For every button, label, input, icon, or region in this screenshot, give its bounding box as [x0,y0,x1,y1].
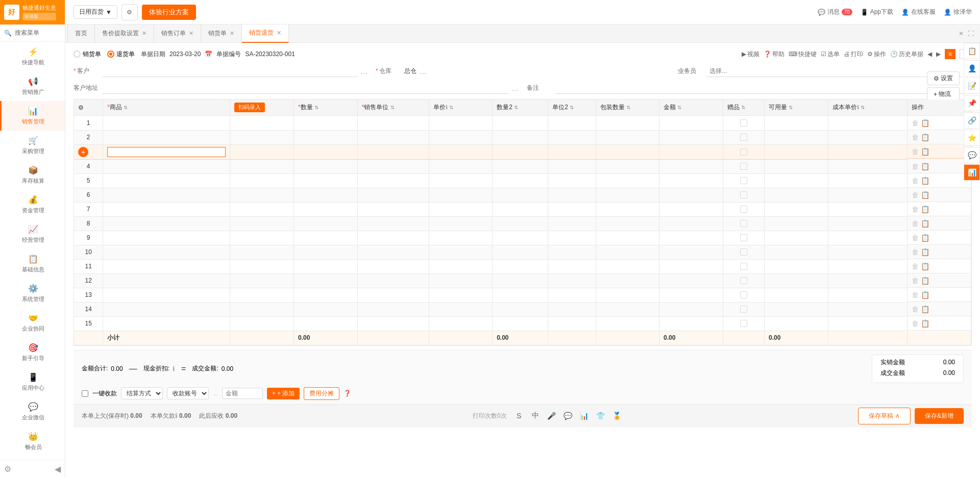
expense-split-button[interactable]: 费用分摊 [304,387,339,400]
logistics-btn[interactable]: + 物流 [927,87,960,101]
bottom-icon-4[interactable]: 💬 [562,410,574,422]
th-settings[interactable]: ⚙ [74,99,103,116]
account-select[interactable]: 收款账号 [167,387,209,399]
shortcut-btn[interactable]: ⌨ 快捷键 [789,50,817,59]
search-menu-item[interactable]: 🔍 搜索菜单 [0,24,65,42]
warehouse-dots[interactable]: ... [420,67,426,76]
radio-sale[interactable]: 销货单 [74,50,101,59]
tab-sales-return-close[interactable]: ✕ [277,30,281,36]
grid-view-btn[interactable]: ≡ [945,49,955,59]
payment-amount-input[interactable] [222,388,263,399]
right-icon-6[interactable]: ⭐ [964,130,980,146]
copy-row-icon[interactable]: 📋 [921,147,929,156]
tab-sales-delivery-close[interactable]: ✕ [230,30,234,37]
unit2-cell[interactable] [548,116,596,131]
message-item[interactable]: 💬 消息 70 [818,8,852,16]
bottom-icon-1[interactable]: S [513,410,525,422]
unit-price-cell[interactable] [429,130,493,144]
gift-checkbox[interactable] [740,177,747,184]
product-cell[interactable] [103,116,230,131]
print-btn[interactable]: 🖨 打印 [844,50,863,59]
quantity-cell[interactable] [293,144,357,159]
account-dots[interactable]: ... [213,390,218,397]
delete-row-icon[interactable]: 🗑 [912,219,919,228]
maximize-icon[interactable]: ⛶ [968,30,974,37]
copy-row-icon[interactable]: 📋 [921,319,929,328]
address-dots[interactable]: ... [512,84,519,93]
sales-unit-sort-icon[interactable]: ⇅ [390,105,395,110]
settings-icon[interactable]: ⚙ [4,464,11,474]
copy-row-icon[interactable]: 📋 [921,262,929,270]
gift-checkbox[interactable] [740,248,747,256]
save-new-button[interactable]: 保存&新增 [915,408,964,424]
calendar-icon[interactable]: 📅 [205,51,212,58]
copy-row-icon[interactable]: 📋 [921,133,929,141]
sidebar-item-marketing[interactable]: 📢 营销推广 [0,71,65,101]
delete-row-icon[interactable]: 🗑 [912,262,919,270]
cost-price-sort-icon[interactable]: ⇅ [861,105,865,110]
delete-row-icon[interactable]: 🗑 [912,305,919,313]
per-order-icon[interactable]: ℹ [175,412,178,419]
tab-sales-order-close[interactable]: ✕ [189,30,193,37]
copy-row-icon[interactable]: 📋 [921,205,929,213]
unit2-sort-icon[interactable]: ⇅ [570,105,574,110]
delete-row-icon[interactable]: 🗑 [912,177,919,185]
bottom-icon-5[interactable]: 📊 [578,410,591,422]
bottom-icon-6[interactable]: 👕 [595,410,607,422]
right-icon-1[interactable]: 📋 [964,43,980,59]
gift-checkbox[interactable] [740,320,747,327]
radio-return[interactable]: 退货单 [107,50,135,59]
history-btn[interactable]: 🕐 历史单据 [890,50,923,59]
amount-cell[interactable] [659,130,723,144]
copy-row-icon[interactable]: 📋 [921,305,929,313]
salesperson-input[interactable] [706,65,962,77]
sidebar-item-app-center[interactable]: 📱 应用中心 [0,367,65,397]
product-cell-active[interactable] [103,144,230,159]
right-icon-2[interactable]: 👤 [964,60,980,77]
amount-sort-icon[interactable]: ⇅ [677,105,681,110]
unit-price-sort-icon[interactable]: ⇅ [449,105,453,110]
delete-row-icon[interactable]: 🗑 [912,119,919,127]
delete-row-icon[interactable]: 🗑 [912,291,919,299]
remark-input[interactable] [555,82,972,94]
user-avatar-item[interactable]: 👤 徐泽华 [944,8,972,16]
help-btn[interactable]: ❓ 帮助 [764,50,785,59]
industry-dropdown[interactable]: 日用百货 ▼ [74,5,117,19]
online-service-item[interactable]: 👤 在线客服 [901,8,936,16]
sidebar-item-operations[interactable]: 📈 经营管理 [0,219,65,249]
quantity2-cell[interactable] [493,144,548,159]
tab-sales-return[interactable]: 销货退货 ✕ [242,24,289,43]
close-window-icon[interactable]: ✕ [959,30,964,37]
sidebar-item-enterprise-wechat[interactable]: 💬 企业微信 [0,397,65,426]
copy-row-icon[interactable]: 📋 [921,177,929,185]
unit2-cell[interactable] [548,130,596,144]
delete-row-icon[interactable]: 🗑 [912,234,919,242]
quantity-sort-icon[interactable]: ⇅ [314,105,318,110]
gift-checkbox[interactable] [740,163,747,170]
experience-button[interactable]: 体验行业方案 [142,5,196,20]
tab-price-setup-close[interactable]: ✕ [142,30,146,37]
add-row-button[interactable]: + [78,147,88,157]
copy-row-icon[interactable]: 📋 [921,276,929,285]
discount-info-icon[interactable]: ℹ [173,365,175,372]
calc-method-select[interactable]: 结算方式 [121,387,163,399]
quantity2-cell[interactable] [493,116,548,131]
copy-row-icon[interactable]: 📋 [921,119,929,127]
gift-checkbox[interactable] [740,277,747,284]
sidebar-item-finance[interactable]: 💰 资金管理 [0,190,65,219]
video-btn[interactable]: ▶ 视频 [742,50,760,59]
unit-price-info-icon[interactable]: ℹ [446,104,448,110]
right-icon-4[interactable]: 📌 [964,95,980,111]
sales-unit-cell[interactable] [357,144,429,159]
available-sort-icon[interactable]: ⇅ [789,105,793,110]
tab-home[interactable]: 首页 [67,24,95,43]
sidebar-item-system[interactable]: ⚙️ 系统管理 [0,279,65,308]
cost-price-cell[interactable] [828,130,908,144]
product-sort-icon[interactable]: ⇅ [124,105,128,110]
copy-row-icon[interactable]: 📋 [921,162,929,170]
unit2-cell[interactable] [548,144,596,159]
delete-row-icon[interactable]: 🗑 [912,191,919,199]
amount-cell[interactable] [659,116,723,131]
quantity2-sort-icon[interactable]: ⇅ [514,105,518,110]
sales-unit-cell[interactable] [357,130,429,144]
